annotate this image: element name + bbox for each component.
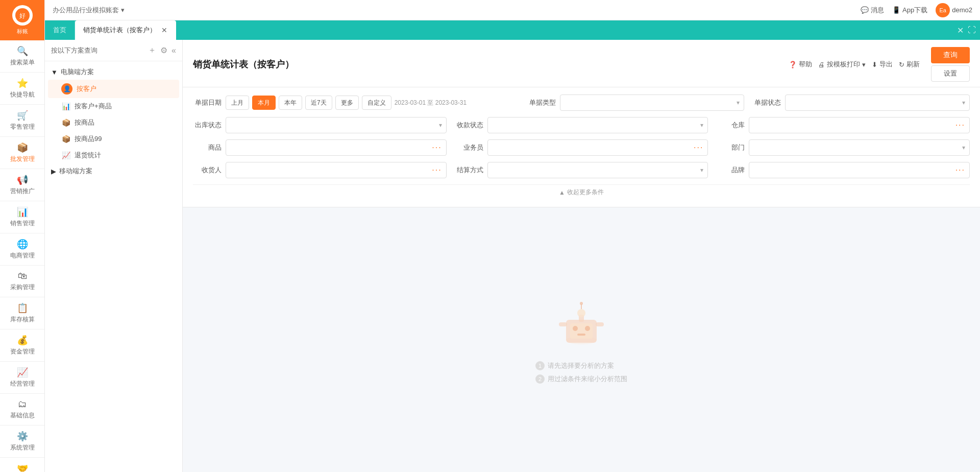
sidebar-item-ecommerce[interactable]: 🌐 电商管理: [0, 233, 44, 266]
sidebar-item-enterprise[interactable]: 🤝 企业协同: [0, 458, 44, 472]
voucher-type-control[interactable]: ▾: [560, 95, 745, 111]
tree-mobile-arrow-icon: ▶: [51, 168, 56, 175]
print-icon: 🖨: [818, 61, 825, 68]
query-button[interactable]: 查询: [931, 47, 970, 63]
empty-illustration: [551, 292, 612, 353]
refresh-action[interactable]: ↻ 刷新: [899, 60, 920, 69]
sidebar-item-inventory[interactable]: 📋 库存核算: [0, 297, 44, 329]
sidebar-item-retail[interactable]: 🛒 零售管理: [0, 105, 44, 137]
add-scheme-icon[interactable]: ＋: [148, 45, 156, 56]
date-btn-this-year[interactable]: 本年: [279, 96, 302, 110]
sidebar-logo: 好 标账: [0, 0, 44, 40]
print-label: 按模板打印: [827, 60, 860, 69]
date-btn-this-month[interactable]: 本月: [252, 96, 276, 110]
customer-goods-icon: 📊: [61, 102, 70, 111]
sidebar-item-sales[interactable]: 📊 销售管理: [0, 201, 44, 233]
sidebar-item-marketing[interactable]: 📢 营销推广: [0, 169, 44, 201]
tab-sales-stat[interactable]: 销货单统计表（按客户） ✕: [75, 20, 176, 40]
filter-receiver: 收货人 ···: [193, 162, 447, 178]
payment-method-control[interactable]: ▾: [487, 162, 708, 178]
tab-maximize-icon[interactable]: ⛶: [968, 26, 976, 35]
system-name: 办公用品行业模拟账套: [53, 6, 119, 15]
hint-text-1: 请先选择要分析的方案: [548, 361, 614, 370]
app-download-nav-item[interactable]: 📱 App下载: [892, 6, 927, 15]
brand-control[interactable]: ···: [749, 162, 970, 178]
sidebar-item-search[interactable]: 🔍 搜索菜单: [0, 40, 44, 73]
tab-home[interactable]: 首页: [45, 20, 75, 40]
outbound-control[interactable]: ▾: [226, 117, 447, 133]
voucher-status-control[interactable]: ▾: [785, 95, 970, 111]
svg-point-5: [573, 326, 578, 331]
main-area: 办公用品行业模拟账套 ▾ 💬 消息 📱 App下载 Ea demo2 首页: [45, 0, 980, 472]
collapse-panel-icon[interactable]: «: [172, 46, 176, 55]
settings-button[interactable]: 设置: [931, 65, 970, 82]
dept-control[interactable]: ▾: [749, 139, 970, 156]
sidebar-item-operations[interactable]: 📈 经营管理: [0, 362, 44, 394]
inventory-icon: 📋: [17, 302, 28, 314]
filter-payment: 收款状态 ▾: [455, 117, 708, 133]
sidebar-item-system[interactable]: ⚙️ 系统管理: [0, 426, 44, 458]
sidebar-item-finance[interactable]: 💰 资金管理: [0, 329, 44, 362]
tree-child-by-goods[interactable]: 📦 按商品: [45, 114, 182, 131]
sidebar-item-basic[interactable]: 🗂 基础信息: [0, 394, 44, 426]
payment-control[interactable]: ▾: [487, 117, 708, 133]
date-btn-last-month[interactable]: 上月: [226, 96, 249, 110]
help-label: 帮助: [799, 60, 812, 69]
sidebar-item-purchase[interactable]: 🛍 采购管理: [0, 266, 44, 297]
left-panel: 按以下方案查询 ＋ ⚙ « ▼ 电脑端方案 👤 按客户 📊: [45, 40, 183, 472]
svg-text:好: 好: [19, 12, 26, 19]
left-panel-header: 按以下方案查询 ＋ ⚙ «: [45, 40, 182, 61]
date-filter-label: 单据日期: [193, 98, 222, 107]
date-btn-custom[interactable]: 自定义: [362, 96, 391, 110]
salesperson-control[interactable]: ···: [487, 139, 708, 156]
goods-control[interactable]: ···: [226, 139, 447, 156]
receiver-label: 收货人: [193, 166, 222, 175]
tab-bar-actions: ✕ ⛶: [957, 26, 980, 35]
search-icon: 🔍: [17, 45, 28, 57]
tree-child-by-customer-goods[interactable]: 📊 按客户+商品: [45, 98, 182, 114]
svg-rect-12: [559, 322, 567, 326]
tab-close-icon[interactable]: ✕: [161, 26, 167, 34]
print-dropdown-icon[interactable]: ▾: [862, 61, 866, 68]
tree-child-by-goods-99[interactable]: 📦 按商品99: [45, 131, 182, 147]
tree-child-by-customer[interactable]: 👤 按客户: [48, 80, 179, 98]
collapse-up-icon: ▲: [559, 189, 565, 196]
hint-item-1: 1 请先选择要分析的方案: [535, 361, 627, 370]
hint-list: 1 请先选择要分析的方案 2 用过滤条件来缩小分析范围: [535, 361, 627, 388]
tree-desktop-label: 电脑端方案: [61, 67, 94, 77]
print-action[interactable]: 🖨 按模板打印 ▾: [818, 60, 866, 69]
warehouse-control[interactable]: ···: [749, 117, 970, 133]
receiver-control[interactable]: ···: [226, 162, 447, 178]
tab-close-all-icon[interactable]: ✕: [957, 26, 964, 35]
help-action[interactable]: ❓ 帮助: [789, 60, 812, 69]
payment-label: 收款状态: [455, 121, 483, 130]
sidebar-item-label: 采购管理: [10, 283, 35, 292]
tree-child-return-stats[interactable]: 📈 退货统计: [45, 147, 182, 163]
settings-scheme-icon[interactable]: ⚙: [160, 45, 167, 55]
tree-mobile[interactable]: ▶ 移动端方案: [45, 163, 182, 179]
tree-child-label: 按商品: [75, 118, 94, 127]
message-nav-item[interactable]: 💬 消息: [861, 6, 884, 15]
sidebar-item-wholesale[interactable]: 📦 批发管理: [0, 137, 44, 169]
collapse-filter-btn[interactable]: ▲ 收起更多条件: [193, 184, 970, 200]
system-name-dropdown[interactable]: 办公用品行业模拟账套 ▾: [53, 6, 125, 15]
outbound-dropdown-icon: ▾: [439, 122, 442, 129]
sidebar-item-label: 搜索菜单: [10, 58, 35, 67]
tree-desktop[interactable]: ▼ 电脑端方案: [45, 64, 182, 80]
export-action[interactable]: ⬇ 导出: [872, 60, 893, 69]
salesperson-dots-icon: ···: [694, 143, 703, 152]
date-btn-more[interactable]: 更多: [335, 96, 359, 110]
goods-99-icon: 📦: [61, 134, 70, 144]
sidebar-logo-text: 标账: [17, 28, 28, 35]
user-nav-item[interactable]: Ea demo2: [936, 3, 972, 17]
sidebar-item-label: 零售管理: [10, 123, 35, 131]
filter-brand: 品牌 ···: [716, 162, 970, 178]
sidebar-item-label: 经营管理: [10, 380, 35, 388]
content-area: 按以下方案查询 ＋ ⚙ « ▼ 电脑端方案 👤 按客户 📊: [45, 40, 980, 472]
operations-icon: 📈: [17, 367, 28, 378]
empty-state: 1 请先选择要分析的方案 2 用过滤条件来缩小分析范围: [183, 207, 980, 472]
sidebar-item-quick-nav[interactable]: ⭐ 快捷导航: [0, 73, 44, 105]
receiver-dots-icon: ···: [432, 166, 442, 175]
filter-voucher-type: 单据类型 ▾: [527, 95, 745, 111]
date-btn-7days[interactable]: 近7天: [305, 96, 332, 110]
